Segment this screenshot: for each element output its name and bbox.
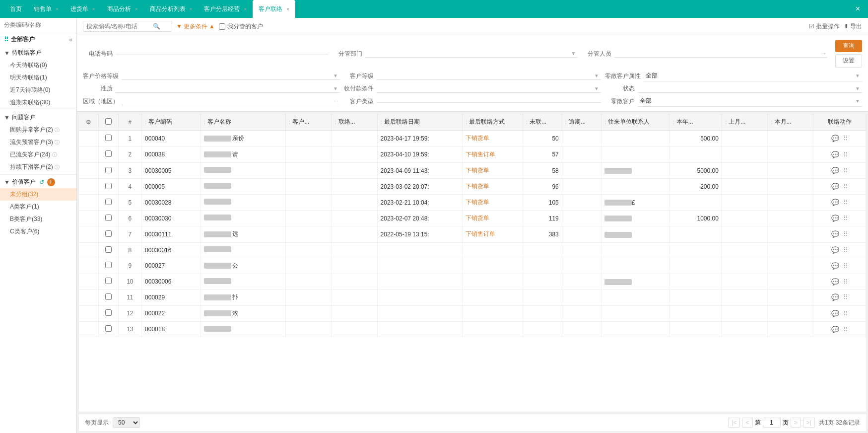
sidebar-item-lost[interactable]: 已流失客户(24) ⓘ	[0, 148, 76, 161]
filter-payment-select[interactable]: ▼	[377, 85, 601, 93]
row-checkbox[interactable]	[105, 135, 112, 141]
filter-dept-select[interactable]: ▼	[365, 50, 578, 58]
table-this-year-th[interactable]: :本年...	[669, 114, 722, 131]
search-input[interactable]	[86, 23, 151, 30]
first-page-button[interactable]: |<	[728, 418, 740, 428]
more-action-icon[interactable]: ⠿	[843, 262, 848, 270]
table-this-month-th[interactable]: :本月...	[768, 114, 813, 131]
more-action-icon[interactable]: ⠿	[843, 215, 848, 222]
tab-product-analysis[interactable]: 商品分析 ×	[101, 0, 144, 18]
sidebar-item-near7[interactable]: 近7天待联络(0)	[0, 84, 76, 96]
filter-nature-select[interactable]: ▼	[116, 85, 340, 93]
table-overdue-th[interactable]: :逾期...	[562, 114, 601, 131]
search-icon-filter[interactable]: 🔍	[153, 23, 160, 30]
row-checkbox[interactable]	[105, 230, 112, 237]
chat-icon[interactable]: 💬	[831, 326, 839, 333]
more-action-icon[interactable]: ⠿	[843, 278, 848, 286]
sidebar-item-classB[interactable]: B类客户(33)	[0, 213, 76, 225]
sidebar-item-classC[interactable]: C类客户(6)	[0, 225, 76, 238]
sidebar-group-value[interactable]: ▼ 价值客户 ↺ F	[0, 176, 76, 188]
row-check-cell[interactable]	[99, 258, 119, 274]
last-way-link[interactable]: 下销售订单	[466, 230, 495, 237]
last-page-button[interactable]: >|	[803, 418, 815, 428]
row-check-cell[interactable]	[99, 322, 119, 337]
sidebar-item-overdue[interactable]: 逾期未联络(30)	[0, 96, 76, 109]
export-button[interactable]: ⬆ 导出	[844, 22, 862, 31]
prev-page-button[interactable]: <	[742, 418, 752, 428]
batch-op-button[interactable]: ☑ 批量操作	[809, 22, 840, 31]
table-last-month-th[interactable]: :上月...	[722, 114, 767, 131]
close-customer-contact-tab[interactable]: ×	[286, 6, 289, 12]
chat-icon[interactable]: 💬	[831, 262, 839, 270]
row-checkbox[interactable]	[105, 309, 112, 316]
sidebar-item-unclassified[interactable]: 未分组(32)	[0, 188, 76, 201]
close-product-analysis-list-tab[interactable]: ×	[190, 6, 193, 12]
close-purchase-tab[interactable]: ×	[92, 6, 95, 12]
row-checkbox[interactable]	[105, 167, 112, 173]
row-check-cell[interactable]	[99, 211, 119, 226]
row-check-cell[interactable]	[99, 146, 119, 163]
table-last-date-th[interactable]: :最后联络日期	[377, 114, 462, 131]
filter-scatter-attr-select[interactable]: 全部 ▼	[644, 71, 862, 81]
sidebar-search-input[interactable]	[4, 21, 77, 28]
more-action-icon[interactable]: ⠿	[843, 230, 848, 238]
table-no-contact-th[interactable]: :未联...	[523, 114, 562, 131]
row-checkbox[interactable]	[105, 325, 112, 332]
sidebar-item-tomorrow[interactable]: 明天待联络(1)	[0, 72, 76, 84]
sidebar-item-today[interactable]: 今天待联络(0)	[0, 59, 76, 72]
row-checkbox[interactable]	[105, 246, 112, 253]
my-customer-checkbox[interactable]	[219, 23, 225, 30]
filter-scatter-select[interactable]: 全部 ▼	[638, 96, 862, 107]
last-way-link[interactable]: 下销货单	[466, 199, 489, 206]
row-checkbox[interactable]	[105, 199, 112, 205]
row-check-cell[interactable]	[99, 274, 119, 289]
refresh-value-icon[interactable]: ↺	[39, 179, 44, 186]
row-check-cell[interactable]	[99, 226, 119, 243]
filter-status-select[interactable]: ▼	[638, 85, 862, 93]
chat-icon[interactable]: 💬	[831, 278, 839, 286]
more-action-icon[interactable]: ⠿	[843, 310, 848, 317]
more-action-icon[interactable]: ⠿	[843, 167, 848, 174]
chat-icon[interactable]: 💬	[831, 246, 839, 254]
page-number-input[interactable]	[763, 418, 781, 428]
page-size-select[interactable]: 50 20 100	[113, 417, 140, 428]
tab-customer-contact[interactable]: 客户联络 ×	[253, 0, 295, 18]
row-check-cell[interactable]	[99, 131, 119, 147]
tab-home[interactable]: 首页	[4, 0, 28, 18]
reset-button[interactable]: 设置	[835, 54, 862, 68]
table-last-way-th[interactable]: :最后联络方式	[462, 114, 523, 131]
row-check-cell[interactable]	[99, 195, 119, 211]
more-action-icon[interactable]: ⠿	[843, 151, 848, 158]
chat-icon[interactable]: 💬	[831, 167, 839, 174]
filter-customer-type-select[interactable]	[377, 100, 601, 103]
select-all-checkbox[interactable]	[105, 118, 112, 125]
close-sales-tab[interactable]: ×	[56, 6, 59, 12]
more-action-icon[interactable]: ⠿	[843, 199, 848, 206]
row-check-cell[interactable]	[99, 242, 119, 258]
filter-customer-level-select[interactable]: ▼	[377, 72, 601, 80]
close-product-analysis-tab[interactable]: ×	[135, 6, 138, 12]
filter-price-level-select[interactable]: ▼	[122, 72, 340, 80]
close-customer-segment-tab[interactable]: ×	[244, 6, 247, 12]
tab-product-analysis-list[interactable]: 商品分析列表 ×	[144, 0, 199, 18]
filter-region-select[interactable]: ···	[122, 97, 340, 105]
table-type-th[interactable]: :客户...	[286, 114, 332, 131]
sidebar-item-abnormal[interactable]: 固购异常客户(2) ⓘ	[0, 124, 76, 136]
chat-icon[interactable]: 💬	[831, 151, 839, 158]
sidebar-group-problem[interactable]: ▼ 问题客户	[0, 111, 76, 124]
chat-icon[interactable]: 💬	[831, 215, 839, 222]
tab-customer-segment[interactable]: 客户分层经营 ×	[198, 0, 253, 18]
table-code-th[interactable]: :客户编码	[142, 114, 201, 131]
query-button[interactable]: 查询	[835, 40, 862, 52]
row-check-cell[interactable]	[99, 163, 119, 179]
last-way-link[interactable]: 下销货单	[466, 167, 489, 174]
filter-phone-input[interactable]	[116, 53, 329, 55]
row-checkbox[interactable]	[105, 293, 112, 300]
row-check-cell[interactable]	[99, 305, 119, 322]
more-action-icon[interactable]: ⠿	[843, 246, 848, 254]
sidebar-item-classA[interactable]: A类客户(1)	[0, 201, 76, 213]
row-checkbox[interactable]	[105, 262, 112, 268]
more-action-icon[interactable]: ⠿	[843, 135, 848, 142]
more-filter-button[interactable]: ▼ 更多条件 ▲	[176, 22, 215, 31]
chat-icon[interactable]: 💬	[831, 135, 839, 142]
